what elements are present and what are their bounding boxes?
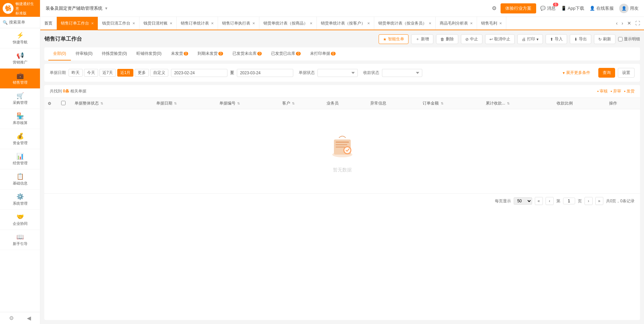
tab-close-all-btn[interactable]: ✕ <box>626 20 633 27</box>
date-btn-1month[interactable]: 近1月 <box>117 69 134 77</box>
show-detail-input[interactable] <box>618 37 622 41</box>
sidebar-item-finance[interactable]: 💰 资金管理 <box>0 129 40 149</box>
th-collected[interactable]: 累计收款... ⇅ <box>482 98 553 109</box>
topbar-settings-btn[interactable]: ⚙ <box>492 5 497 11</box>
th-number[interactable]: 单据编号 ⇅ <box>216 98 279 109</box>
export-button[interactable]: ⬇ 导出 <box>570 34 591 44</box>
logo-icon: 畅 <box>3 3 13 14</box>
filter-tab-not-printed[interactable]: 未打印单据0 <box>305 47 340 60</box>
filter-tab-all[interactable]: 全部(0) <box>48 47 71 60</box>
date-btn-custom[interactable]: 自定义 <box>150 69 168 77</box>
tab-close-icon[interactable]: ✕ <box>252 22 255 25</box>
th-date[interactable]: 单据日期 ⇅ <box>153 98 216 109</box>
filter-tab-shipped-out[interactable]: 已发货已出库0 <box>266 47 305 60</box>
user-menu-btn[interactable]: 👤 用友 <box>619 4 639 13</box>
online-service-btn[interactable]: 👤 在线客服 <box>590 5 614 11</box>
sidebar-item-guide[interactable]: 📖 新手引导 <box>0 230 40 250</box>
sidebar-collapse-btn[interactable]: ◀ <box>27 315 31 321</box>
sidebar-item-purchase[interactable]: 🛒 采购管理 <box>0 89 40 109</box>
th-status[interactable]: 单据整体状态 ⇅ <box>71 98 153 109</box>
date-btn-more[interactable]: 更多 <box>135 69 149 77</box>
collection-filter-label: 收款状态 <box>363 70 379 76</box>
refresh-button[interactable]: ↻ 刷新 <box>594 34 615 44</box>
app-download-btn[interactable]: 📱 App下载 <box>561 5 584 11</box>
tab-prev-btn[interactable]: ‹ <box>615 20 619 27</box>
stop-button[interactable]: ⊘ 中止 <box>461 34 482 44</box>
import-button[interactable]: ⬆ 导入 <box>546 34 567 44</box>
review-action-btn[interactable]: 审核 <box>597 88 608 94</box>
page-number-input[interactable]: 1 <box>563 198 575 204</box>
sidebar-item-sales[interactable]: 💼 销售管理 <box>0 69 40 89</box>
ship-action-btn[interactable]: 发货 <box>624 88 635 94</box>
cancel-stop-button[interactable]: ↩ 取消中止 <box>485 34 515 44</box>
date-btn-7days[interactable]: 近7天 <box>99 69 116 77</box>
first-page-btn[interactable]: « <box>535 197 543 205</box>
tab-sales-order-exec[interactable]: 销售订单执行表 ✕ <box>218 17 259 30</box>
tab-gross-margin[interactable]: 商品毛利分析表 ✕ <box>436 17 477 30</box>
tab-close-icon[interactable]: ✕ <box>429 22 431 25</box>
tab-close-icon[interactable]: ✕ <box>132 22 135 25</box>
show-detail-checkbox[interactable]: 显示明细 <box>618 36 640 42</box>
tab-close-icon[interactable]: ✕ <box>310 22 312 25</box>
tab-sales-order-workbench[interactable]: 销售订单工作台 ✕ <box>57 17 98 30</box>
collection-select[interactable] <box>382 69 422 77</box>
sidebar-item-inventory[interactable]: 🏪 库存核算 <box>0 109 40 129</box>
next-page-btn[interactable]: › <box>585 197 593 205</box>
smart-generate-button[interactable]: ★ 智能生单 <box>379 34 409 44</box>
date-btn-today[interactable]: 今天 <box>84 69 98 77</box>
tab-close-icon[interactable]: ✕ <box>499 22 502 25</box>
message-btn[interactable]: 💬 消息 6 <box>540 5 556 11</box>
filter-tab-not-shipped[interactable]: 未发货0 <box>166 47 193 60</box>
prev-page-btn[interactable]: ‹ <box>546 197 554 205</box>
tab-cash-reconcile[interactable]: 钱货日清对账 ✕ <box>139 17 177 30</box>
delete-button[interactable]: 🗑 删除 <box>436 34 458 44</box>
tab-close-icon[interactable]: ✕ <box>211 22 214 25</box>
tab-cash-daily[interactable]: 钱货日清工作台 ✕ <box>98 17 139 30</box>
date-to-input[interactable] <box>237 69 293 77</box>
table-scroll-container[interactable]: ⚙ 单据整体状态 ⇅ 单据日期 ⇅ <box>44 98 640 109</box>
th-customer[interactable]: 客户 ⇅ <box>279 98 323 109</box>
tab-sales-order-stats[interactable]: 销售订单统计表 ✕ <box>177 17 218 30</box>
tab-sales-stats-customer[interactable]: 销货单统计表（按客户） ✕ <box>317 17 374 30</box>
print-button[interactable]: 🖨 打印 ▾ <box>517 34 543 44</box>
tab-sales-stats-product[interactable]: 销货单统计表（按商品） ✕ <box>259 17 317 30</box>
date-btn-yesterday[interactable]: 昨天 <box>69 69 83 77</box>
sidebar-item-basic[interactable]: 📋 基础信息 <box>0 169 40 190</box>
sidebar-item-system[interactable]: ⚙️ 系统管理 <box>0 190 40 210</box>
solution-button[interactable]: 体验行业方案 <box>501 3 536 13</box>
tab-next-btn[interactable]: › <box>620 20 625 27</box>
page-size-select[interactable]: 20 50 100 <box>514 197 532 205</box>
date-from-input[interactable] <box>171 69 227 77</box>
filter-tab-wangpu-pending[interactable]: 旺铺待发货(0) <box>132 47 166 60</box>
sidebar-item-quick-nav[interactable]: ⚡ 快捷导航 <box>0 28 40 48</box>
expand-filter-btn[interactable]: ▾ 展开更多条件 <box>563 70 590 76</box>
th-date-label: 单据日期 <box>156 101 172 106</box>
filter-tab-shipped-not-out[interactable]: 已发货未出库0 <box>228 47 267 60</box>
sidebar-item-cooperation[interactable]: 🤝 企业协同 <box>0 210 40 230</box>
tab-sales-profit[interactable]: 销售毛利 ✕ <box>477 17 506 30</box>
sidebar-settings-btn[interactable]: ⚙ <box>9 315 14 321</box>
tab-maximize-btn[interactable]: ⛶ <box>634 20 641 27</box>
select-all-checkbox[interactable] <box>61 101 66 105</box>
tab-home[interactable]: 首页 <box>40 17 57 30</box>
add-button[interactable]: ＋ 新增 <box>411 34 433 44</box>
th-settings[interactable]: ⚙ <box>44 98 58 109</box>
filter-tab-pending-review[interactable]: 待审核(0) <box>71 47 97 60</box>
tab-sales-stats-salesman[interactable]: 销货单统计表（按业务员） ✕ <box>374 17 436 30</box>
sidebar-item-operations[interactable]: 📊 经营管理 <box>0 149 40 169</box>
tab-close-icon[interactable]: ✕ <box>170 22 172 25</box>
th-amount[interactable]: 订单金额 ⇅ <box>419 98 482 109</box>
filter-tab-pending-inspect[interactable]: 待拣货验货(0) <box>97 47 132 60</box>
filter-settings-button[interactable]: 设置 <box>618 68 635 78</box>
filter-tab-expired-not-shipped[interactable]: 到期未发货0 <box>193 47 228 60</box>
th-checkbox[interactable] <box>58 98 71 109</box>
sidebar-search[interactable]: 🔍 搜索菜单 <box>0 17 40 28</box>
tab-close-icon[interactable]: ✕ <box>91 22 94 25</box>
tab-close-icon[interactable]: ✕ <box>367 22 370 25</box>
tab-close-icon[interactable]: ✕ <box>470 22 473 25</box>
query-button[interactable]: 查询 <box>598 68 615 78</box>
cancel-review-action-btn[interactable]: 弃审 <box>610 88 621 94</box>
last-page-btn[interactable]: » <box>595 197 603 205</box>
sidebar-item-marketing[interactable]: 📢 营销推广 <box>0 48 40 69</box>
status-select[interactable] <box>317 69 358 77</box>
